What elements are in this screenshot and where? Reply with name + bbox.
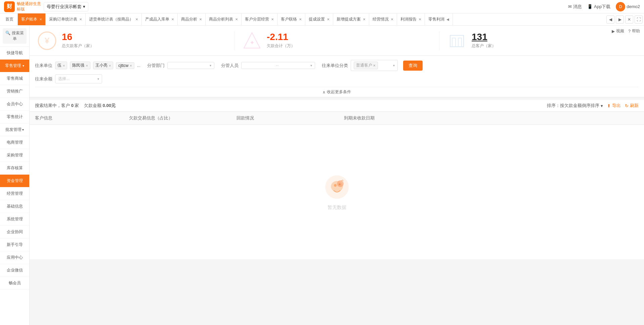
- tab-commission-setting[interactable]: 提成设置 ✕: [305, 13, 333, 26]
- sidebar-item-enterprise-wechat[interactable]: 企业微信: [0, 264, 29, 277]
- stat-total-debtors: ¥ 16 总欠款客户（家）: [30, 31, 234, 50]
- sidebar-item-ecommerce-mgmt[interactable]: 电商管理: [0, 136, 29, 149]
- col-debt-info: 欠款交易信息（占比）: [129, 115, 237, 121]
- chevron-down-icon: ▾: [601, 103, 603, 108]
- sidebar-item-quick-nav[interactable]: 快捷导航: [0, 47, 29, 60]
- sidebar-item-inventory[interactable]: 库存核算: [0, 162, 29, 175]
- dept-selector[interactable]: ▾: [167, 62, 214, 69]
- close-icon[interactable]: ✕: [391, 17, 393, 21]
- sidebar-item-chang-member[interactable]: 畅会员: [0, 277, 29, 290]
- user-avatar[interactable]: D demo2: [616, 2, 640, 11]
- debt-value: -2.11: [267, 32, 295, 42]
- sidebar: 🔍 搜索菜单 快捷导航 零售管理 ▾ 零售商城 营销推广 会员中心 零售统计 批…: [0, 26, 30, 325]
- sidebar-item-beginner-guide[interactable]: 新手引导: [0, 239, 29, 251]
- unit-type-selector[interactable]: 普通客户 × ▾: [351, 60, 398, 71]
- tab-product-inbound[interactable]: 产成品入库单 ✕: [142, 13, 178, 26]
- unit-type-tag: 普通客户 ×: [354, 62, 378, 69]
- tab-product-analysis[interactable]: 商品分析 ✕: [178, 13, 206, 26]
- sidebar-item-marketing[interactable]: 营销推广: [0, 85, 29, 98]
- sidebar-item-retail-mgmt[interactable]: 零售管理 ▾: [0, 60, 29, 72]
- close-icon[interactable]: ✕: [327, 17, 330, 21]
- sidebar-item-basic-info[interactable]: 基础信息: [0, 200, 29, 213]
- query-button[interactable]: 查询: [403, 61, 423, 71]
- chevron-down-icon: ▾: [310, 64, 312, 67]
- close-icon[interactable]: ✕: [363, 17, 366, 21]
- export-button[interactable]: ⬆ 导出: [607, 103, 621, 109]
- debtors-label: 总欠款客户（家）: [62, 43, 94, 49]
- collapse-filters-button[interactable]: ∧ 收起更多条件: [35, 87, 639, 97]
- close-icon[interactable]: ◀: [446, 17, 449, 21]
- main-layout: 🔍 搜索菜单 快捷导航 零售管理 ▾ 零售商城 营销推广 会员中心 零售统计 批…: [0, 26, 644, 325]
- more-tags-button[interactable]: ...: [137, 63, 140, 68]
- empty-state: 暂无数据: [324, 153, 350, 231]
- sidebar-item-operations-mgmt[interactable]: 经营管理: [0, 187, 29, 200]
- close-icon[interactable]: ✕: [419, 17, 421, 21]
- person-selector[interactable]: ··· ▾: [241, 62, 315, 69]
- svg-rect-6: [458, 38, 462, 47]
- help-icon: ?: [628, 29, 631, 34]
- sidebar-item-finance-mgmt[interactable]: 资金管理: [0, 175, 29, 187]
- tab-operations[interactable]: 经营情况 ✕: [369, 13, 397, 26]
- tab-retail-profit[interactable]: 零售利润 ◀: [425, 13, 453, 26]
- debtors-icon: ¥: [38, 31, 56, 50]
- refresh-button[interactable]: ↻ 刷新: [625, 103, 639, 109]
- tab-purchase-stats-by-product[interactable]: 进货单统计表（按商品） ✕: [86, 13, 142, 26]
- sidebar-item-app-center[interactable]: 应用中心: [0, 251, 29, 264]
- empty-illustration: [324, 174, 350, 201]
- sidebar-item-retail-stats[interactable]: 零售统计: [0, 111, 29, 123]
- tab-profit-report[interactable]: 利润报告 ✕: [397, 13, 425, 26]
- message-button[interactable]: ✉ 消息: [568, 4, 582, 10]
- sidebar-item-purchase-mgmt[interactable]: 采购管理: [0, 149, 29, 162]
- logo: 财 畅捷通好生意 标版: [4, 1, 41, 12]
- close-icon[interactable]: ✕: [199, 17, 202, 21]
- tab-customer-tier[interactable]: 客户分层经营 ✕: [242, 13, 277, 26]
- nav-close-all-button[interactable]: ✕: [625, 15, 633, 24]
- close-icon[interactable]: ✕: [271, 17, 274, 21]
- close-unit-type[interactable]: ×: [373, 63, 376, 68]
- tab-product-analysis-list[interactable]: 商品分析列表 ✕: [206, 13, 242, 26]
- empty-text: 暂无数据: [328, 205, 346, 211]
- close-icon[interactable]: ✕: [39, 17, 42, 21]
- filter-tag-wang: 王小亮 ×: [93, 62, 113, 69]
- svg-rect-5: [452, 38, 456, 47]
- nav-prev-button[interactable]: ◀: [606, 15, 614, 24]
- nav-controls: ◀ ▶ ✕ ⛶: [606, 15, 643, 24]
- nav-tabs: 首页 客户账本 ✕ 采购订单统计表 ✕ 进货单统计表（按商品） ✕ 产成品入库单…: [0, 13, 644, 26]
- customers-value: 131: [472, 32, 496, 42]
- nav-next-button[interactable]: ▶: [616, 15, 624, 24]
- chevron-down-icon: ▾: [97, 77, 99, 81]
- sidebar-item-system-mgmt[interactable]: 系统管理: [0, 213, 29, 226]
- topbar: 财 畅捷通好生意 标版 母婴行业演示帐套 ▾ ✉ 消息 📱 App下载 D de…: [0, 0, 644, 13]
- video-help-button[interactable]: ▶ 视频: [612, 28, 624, 34]
- tab-purchase-order-stats[interactable]: 采购订单统计表 ✕: [46, 13, 86, 26]
- tab-home[interactable]: 首页: [1, 13, 18, 26]
- nav-maximize-button[interactable]: ⛶: [635, 15, 643, 24]
- close-tag-cjttcw[interactable]: ×: [130, 64, 132, 68]
- close-icon[interactable]: ✕: [79, 17, 82, 21]
- tab-customer-contact[interactable]: 客户联络 ✕: [277, 13, 305, 26]
- close-icon[interactable]: ✕: [299, 17, 302, 21]
- mobile-icon: 📱: [587, 4, 593, 9]
- close-tag-wang[interactable]: ×: [109, 64, 111, 68]
- person-filter-label: 分管人员: [221, 63, 239, 69]
- help-button[interactable]: ? 帮助: [628, 28, 640, 34]
- close-tag-wu[interactable]: ×: [63, 64, 65, 68]
- search-menu-button[interactable]: 🔍 搜索菜单: [3, 28, 27, 44]
- close-icon[interactable]: ✕: [171, 17, 174, 21]
- sidebar-item-wholesale-mgmt[interactable]: 批发管理 ▾: [0, 123, 29, 136]
- topbar-left: 财 畅捷通好生意 标版 母婴行业演示帐套 ▾: [4, 1, 88, 12]
- filter-tag-cjttcw: cjttcw ×: [116, 62, 134, 69]
- sort-selector[interactable]: 排序：按欠款金额倒序排序 ▾: [547, 103, 603, 109]
- sidebar-item-retail-mall[interactable]: 零售商城: [0, 72, 29, 85]
- close-icon[interactable]: ✕: [135, 17, 138, 21]
- close-tag-chen[interactable]: ×: [86, 64, 88, 68]
- tab-customer-ledger[interactable]: 客户账本 ✕: [18, 13, 46, 26]
- sidebar-item-member-center[interactable]: 会员中心: [0, 98, 29, 111]
- chevron-down-icon: ▾: [83, 4, 85, 9]
- close-icon[interactable]: ✕: [235, 17, 238, 21]
- app-download-button[interactable]: 📱 App下载: [587, 4, 610, 10]
- tab-new-commission[interactable]: 新增提成方案 ✕: [333, 13, 369, 26]
- sidebar-item-enterprise-collab[interactable]: 企业协同: [0, 226, 29, 239]
- balance-selector[interactable]: 选择... ▾: [55, 74, 102, 83]
- company-selector[interactable]: 母婴行业演示帐套 ▾: [44, 2, 88, 11]
